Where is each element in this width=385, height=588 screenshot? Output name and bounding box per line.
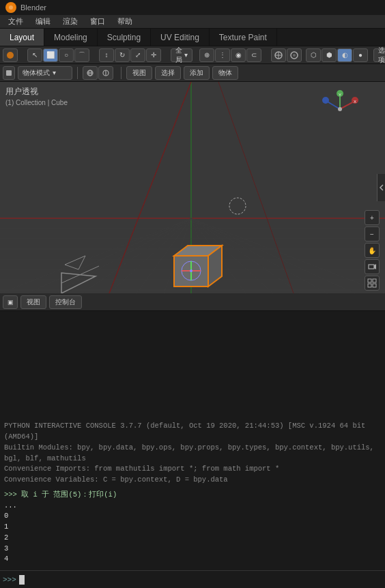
- camera-btn[interactable]: [365, 259, 380, 274]
- svg-rect-61: [368, 279, 371, 282]
- cursor-tool-btn[interactable]: ↖: [27, 48, 42, 62]
- blender-logo: [5, 2, 16, 13]
- console-output-lines: ... 0 1 2 3 4: [4, 501, 381, 565]
- svg-rect-62: [373, 279, 376, 282]
- output-4: 3: [4, 544, 381, 555]
- menu-edit[interactable]: 编辑: [30, 15, 56, 28]
- app-title: Blender: [20, 3, 46, 12]
- output-2: 1: [4, 522, 381, 533]
- move-btn[interactable]: ↕: [99, 48, 114, 62]
- tab-layout[interactable]: Layout: [0, 29, 44, 46]
- global-label: 全局: [175, 46, 182, 65]
- select-circle-btn[interactable]: ○: [59, 48, 74, 62]
- tab-sculpting[interactable]: Sculpting: [98, 29, 151, 46]
- console-line-0: Builtin Modules: bpy, bpy.data, bpy.ops,…: [4, 443, 381, 454]
- menu-help[interactable]: 帮助: [112, 15, 138, 28]
- viewport-label: 用户透视 (1) Collection | Cube: [5, 86, 68, 106]
- global-dropdown[interactable]: 全局 ▾: [171, 48, 192, 62]
- svg-text:Y: Y: [339, 93, 341, 97]
- menu-file[interactable]: 文件: [3, 15, 29, 28]
- svg-point-57: [322, 97, 329, 104]
- console-cursor: [19, 575, 25, 585]
- solid-btn[interactable]: ⬢: [322, 48, 337, 62]
- mode-icon-btn[interactable]: [3, 66, 15, 80]
- tab-texture-paint[interactable]: Texture Paint: [210, 29, 277, 46]
- options-dropdown[interactable]: 选项 ▾: [373, 48, 385, 62]
- output-0: ...: [4, 501, 381, 512]
- app: Blender 文件 编辑 渲染 窗口 帮助 Layout Modeling S…: [0, 0, 385, 588]
- select-lasso-btn[interactable]: ⌒: [74, 48, 89, 62]
- view-menu-btn[interactable]: 视图: [126, 66, 152, 80]
- transform-btn[interactable]: ✛: [146, 48, 161, 62]
- mode-arrow-icon: ▾: [53, 69, 56, 76]
- global-arrow-icon: ▾: [184, 51, 188, 59]
- options-label: 选项: [378, 46, 385, 65]
- svg-text:X: X: [354, 100, 356, 104]
- viewport-bottom-toolbar: ▣ 视图 控制台: [0, 293, 385, 311]
- zoom-out-btn[interactable]: −: [365, 226, 380, 241]
- select-menu-btn[interactable]: 选择: [155, 66, 181, 80]
- overlay-group: [271, 48, 302, 62]
- tab-modeling[interactable]: Modeling: [44, 29, 98, 46]
- material-btn[interactable]: ◐: [337, 48, 352, 62]
- svg-point-1: [9, 5, 13, 10]
- pan-btn[interactable]: ✋: [365, 243, 380, 258]
- snap-options-btn[interactable]: ⋮: [215, 48, 230, 62]
- object-menu-btn[interactable]: 物体: [212, 66, 238, 80]
- snap-magnet-btn[interactable]: ⊕: [199, 48, 214, 62]
- title-bar: Blender: [0, 0, 385, 15]
- scale-btn[interactable]: ⤢: [130, 48, 145, 62]
- zoom-in-btn[interactable]: +: [365, 210, 380, 225]
- svg-point-2: [7, 52, 14, 59]
- svg-rect-59: [369, 265, 374, 269]
- xray-btn[interactable]: [287, 48, 302, 62]
- menu-window[interactable]: 窗口: [85, 15, 111, 28]
- console-bottom-btn[interactable]: 控制台: [49, 295, 82, 309]
- tool-group: ↖ ⬜ ○ ⌒: [27, 48, 89, 62]
- console-header: PYTHON INTERACTIVE CONSOLE 3.7.7 (defaul…: [4, 421, 381, 443]
- local-icon-btn[interactable]: [98, 66, 113, 80]
- rotate-btn[interactable]: ↻: [115, 48, 130, 62]
- workspace-tabs: Layout Modeling Sculpting UV Editing Tex…: [0, 29, 385, 46]
- output-5: 4: [4, 554, 381, 565]
- sep6: [77, 67, 78, 79]
- collection-info: (1) Collection | Cube: [5, 99, 68, 106]
- view-type-label: 用户透视: [5, 86, 68, 98]
- console-prompt: >>>: [3, 576, 16, 584]
- svg-rect-63: [368, 284, 371, 287]
- wireframe-btn[interactable]: ⬡: [306, 48, 321, 62]
- viewport-nav-group: [83, 66, 113, 80]
- collapse-viewport-btn[interactable]: [377, 174, 385, 201]
- console-output: PYTHON INTERACTIVE CONSOLE 3.7.7 (defaul…: [0, 418, 385, 568]
- viewport-overlay-btn[interactable]: [271, 48, 286, 62]
- snap-group: ⊕ ⋮ ◉ ⊂: [199, 48, 261, 62]
- add-menu-btn[interactable]: 添加: [184, 66, 210, 80]
- toolbar-row2: 物体模式 ▾ 视图 选择 添加 物体: [0, 64, 385, 82]
- mode-dropdown[interactable]: 物体模式 ▾: [18, 66, 72, 80]
- proportional-mode-btn[interactable]: ⊂: [246, 48, 261, 62]
- global-icon-btn[interactable]: [83, 66, 98, 80]
- svg-rect-64: [373, 284, 376, 287]
- view-bottom-btn[interactable]: 视图: [20, 295, 46, 309]
- axis-gizmo[interactable]: Y X: [319, 89, 360, 130]
- blender-icon-btn[interactable]: [3, 48, 18, 62]
- transform-group: ↕ ↻ ⤢ ✛: [99, 48, 161, 62]
- svg-point-58: [338, 107, 342, 111]
- select-box-btn[interactable]: ⬜: [43, 48, 58, 62]
- viewport: 用户透视 (1) Collection | Cube Y X: [0, 82, 385, 293]
- menu-bar: 文件 编辑 渲染 窗口 帮助: [0, 15, 385, 29]
- toolbar-row1: ↖ ⬜ ○ ⌒ ↕ ↻ ⤢ ✛ 全局 ▾ ⊕ ⋮ ◉ ⊂: [0, 46, 385, 64]
- console-line-2: Convenience Imports: from mathutils impo…: [4, 464, 381, 475]
- svg-rect-6: [6, 70, 12, 76]
- proportional-btn[interactable]: ◉: [231, 48, 246, 62]
- menu-render[interactable]: 渲染: [57, 15, 83, 28]
- console-line-1: bgl, blf, mathutils: [4, 454, 381, 465]
- viewport-bottom-icon[interactable]: ▣: [3, 295, 18, 309]
- rendered-btn[interactable]: ●: [353, 48, 368, 62]
- tab-uv-editing[interactable]: UV Editing: [151, 29, 210, 46]
- output-3: 2: [4, 533, 381, 544]
- svg-point-5: [293, 54, 296, 57]
- grid-btn[interactable]: [365, 276, 380, 291]
- mode-label: 物体模式: [23, 68, 50, 78]
- icon-group-left: [3, 48, 18, 62]
